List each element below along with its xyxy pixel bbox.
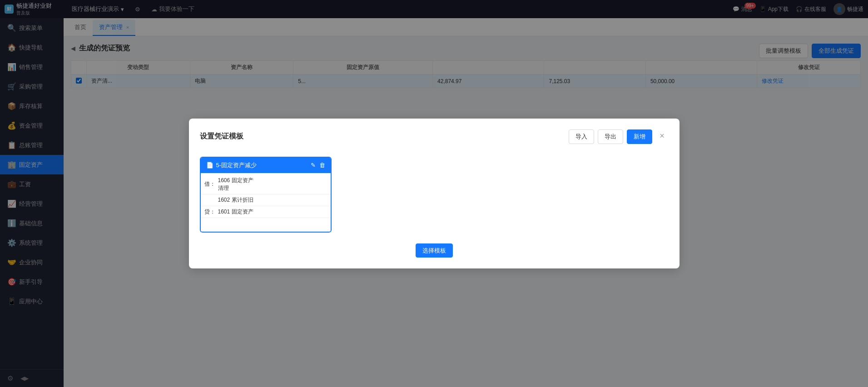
select-template-btn[interactable]: 选择模板 [416, 243, 453, 258]
new-template-btn[interactable]: 新增 [627, 129, 652, 144]
import-btn[interactable]: 导入 [569, 129, 594, 144]
dialog-overlay: 设置凭证模板 导入 导出 新增 × 📄 5-固定资产减少 ✎ 🗑 [0, 0, 868, 387]
entry-direction-1: 借： [204, 180, 218, 188]
select-template-btn-wrap: 选择模板 [200, 243, 669, 258]
dialog-title: 设置凭证模板 [200, 132, 243, 141]
export-btn[interactable]: 导出 [598, 129, 623, 144]
template-card-header-left: 📄 5-固定资产减少 [206, 161, 257, 169]
entry-account-2: 1602 累计折旧 [218, 196, 254, 204]
template-card-header: 📄 5-固定资产减少 ✎ 🗑 [201, 158, 331, 173]
template-delete-icon[interactable]: 🗑 [319, 162, 325, 169]
template-entry-1: 借： 1606 固定资产清理 [201, 175, 331, 194]
template-id-name: 5-固定资产减少 [216, 161, 257, 169]
entry-account-1: 1606 固定资产清理 [218, 177, 254, 192]
dialog-close-btn[interactable]: × [656, 129, 669, 142]
template-entry-2: 1602 累计折旧 [201, 194, 331, 206]
template-list: 📄 5-固定资产减少 ✎ 🗑 借： 1606 固定资产清理 [200, 153, 669, 236]
dialog-header: 设置凭证模板 导入 导出 新增 × [200, 129, 669, 144]
template-entry-4 [201, 218, 331, 230]
dialog: 设置凭证模板 导入 导出 新增 × 📄 5-固定资产减少 ✎ 🗑 [189, 119, 680, 268]
template-entry-3: 贷： 1601 固定资产 [201, 206, 331, 218]
entry-account-3: 1601 固定资产 [218, 208, 254, 216]
template-edit-icon[interactable]: ✎ [311, 162, 316, 169]
template-card-actions: ✎ 🗑 [311, 162, 325, 169]
template-doc-icon: 📄 [206, 162, 213, 169]
dialog-actions: 导入 导出 新增 × [569, 129, 669, 144]
template-card: 📄 5-固定资产减少 ✎ 🗑 借： 1606 固定资产清理 [200, 157, 332, 233]
entry-direction-3: 贷： [204, 208, 218, 216]
template-card-body: 借： 1606 固定资产清理 1602 累计折旧 贷： 1601 固定资产 [201, 173, 331, 232]
